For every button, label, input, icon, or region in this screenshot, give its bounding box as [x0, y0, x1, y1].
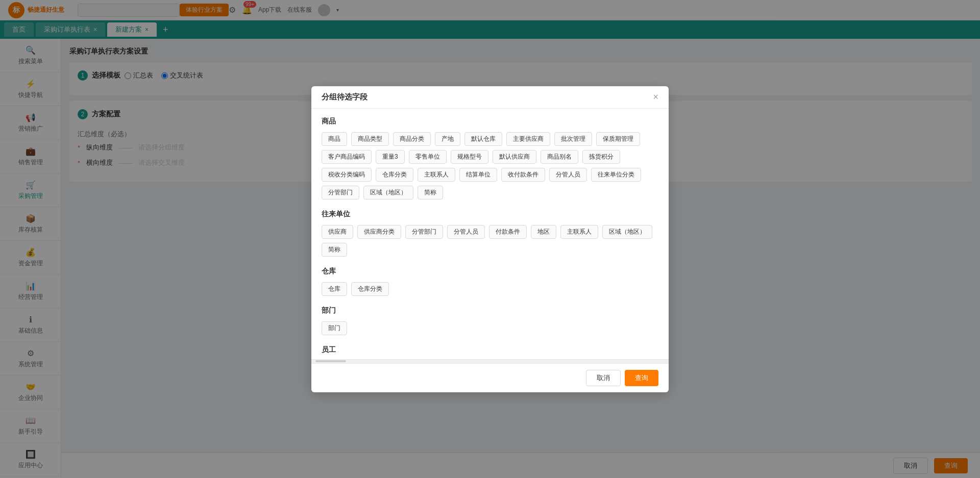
modal-body: 商品 商品 商品类型 商品分类 产地 默认仓库 主要供应商 批次管理 保质期管理… [311, 109, 669, 359]
field-group-employee-title: 员工 [322, 345, 658, 355]
modal-overlay: 分组待选字段 × 商品 商品 商品类型 商品分类 产地 默认仓库 主要供应商 批… [0, 0, 980, 478]
scroll-thumb [315, 360, 346, 362]
field-tag-product-13[interactable]: 商品别名 [541, 150, 578, 164]
field-tag-product-5[interactable]: 主要供应商 [506, 132, 550, 146]
field-group-product: 商品 商品 商品类型 商品分类 产地 默认仓库 主要供应商 批次管理 保质期管理… [322, 117, 658, 199]
field-tag-contact-0[interactable]: 供应商 [322, 225, 353, 239]
field-group-employee: 员工 业务员 [322, 345, 658, 359]
field-group-warehouse: 仓库 仓库 仓库分类 [322, 267, 658, 296]
field-tag-product-0[interactable]: 商品 [322, 132, 347, 146]
modal-horizontal-scrollbar[interactable] [311, 359, 669, 363]
field-tag-product-24[interactable]: 简称 [418, 186, 443, 199]
field-tag-product-23[interactable]: 区域（地区） [363, 186, 413, 199]
field-tag-contact-5[interactable]: 地区 [531, 225, 556, 239]
field-tag-product-4[interactable]: 默认仓库 [464, 132, 502, 146]
field-tag-contact-3[interactable]: 分管人员 [447, 225, 485, 239]
field-tag-product-7[interactable]: 保质期管理 [596, 132, 640, 146]
field-tag-contact-7[interactable]: 区域（地区） [602, 225, 652, 239]
field-group-department-title: 部门 [322, 306, 658, 315]
field-group-contact-title: 往来单位 [322, 210, 658, 219]
field-group-contact: 往来单位 供应商 供应商分类 分管部门 分管人员 付款条件 地区 主联系人 区域… [322, 210, 658, 257]
field-tag-department-0[interactable]: 部门 [322, 321, 347, 335]
field-tags-warehouse: 仓库 仓库分类 [322, 282, 658, 296]
field-tag-contact-1[interactable]: 供应商分类 [357, 225, 401, 239]
field-tag-product-12[interactable]: 默认供应商 [493, 150, 536, 164]
modal-cancel-button[interactable]: 取消 [586, 370, 621, 386]
field-tag-product-17[interactable]: 主联系人 [418, 168, 455, 182]
field-group-department: 部门 部门 [322, 306, 658, 335]
field-tag-product-21[interactable]: 往来单位分类 [591, 168, 641, 182]
field-tag-contact-4[interactable]: 付款条件 [489, 225, 527, 239]
field-tag-warehouse-0[interactable]: 仓库 [322, 282, 347, 296]
field-tags-product: 商品 商品类型 商品分类 产地 默认仓库 主要供应商 批次管理 保质期管理 客户… [322, 132, 658, 199]
field-tag-product-1[interactable]: 商品类型 [351, 132, 389, 146]
field-tag-product-22[interactable]: 分管部门 [322, 186, 359, 199]
field-tag-contact-6[interactable]: 主联系人 [560, 225, 598, 239]
field-tag-product-15[interactable]: 税收分类编码 [322, 168, 372, 182]
field-tag-product-18[interactable]: 结算单位 [459, 168, 497, 182]
modal-header: 分组待选字段 × [311, 86, 669, 109]
field-group-product-title: 商品 [322, 117, 658, 126]
field-tag-product-20[interactable]: 分管人员 [549, 168, 587, 182]
field-tags-department: 部门 [322, 321, 658, 335]
field-tag-warehouse-1[interactable]: 仓库分类 [351, 282, 389, 296]
field-tag-product-6[interactable]: 批次管理 [554, 132, 592, 146]
field-tag-product-16[interactable]: 仓库分类 [376, 168, 413, 182]
field-tag-product-10[interactable]: 零售单位 [409, 150, 447, 164]
field-tag-product-14[interactable]: 拣货积分 [582, 150, 620, 164]
field-tag-product-19[interactable]: 收付款条件 [501, 168, 545, 182]
modal-close-button[interactable]: × [653, 92, 658, 102]
field-tag-product-11[interactable]: 规格型号 [451, 150, 488, 164]
field-tag-product-3[interactable]: 产地 [435, 132, 460, 146]
field-tag-product-8[interactable]: 客户商品编码 [322, 150, 372, 164]
field-group-warehouse-title: 仓库 [322, 267, 658, 276]
field-tag-contact-2[interactable]: 分管部门 [405, 225, 443, 239]
field-tag-product-2[interactable]: 商品分类 [393, 132, 431, 146]
modal-footer: 取消 查询 [311, 363, 669, 392]
field-tag-contact-8[interactable]: 简称 [322, 243, 347, 257]
modal-title: 分组待选字段 [322, 92, 368, 102]
modal-confirm-button[interactable]: 查询 [625, 370, 658, 386]
field-tags-contact: 供应商 供应商分类 分管部门 分管人员 付款条件 地区 主联系人 区域（地区） … [322, 225, 658, 257]
field-tag-product-9[interactable]: 重量3 [376, 150, 405, 164]
modal-dialog: 分组待选字段 × 商品 商品 商品类型 商品分类 产地 默认仓库 主要供应商 批… [311, 86, 669, 392]
